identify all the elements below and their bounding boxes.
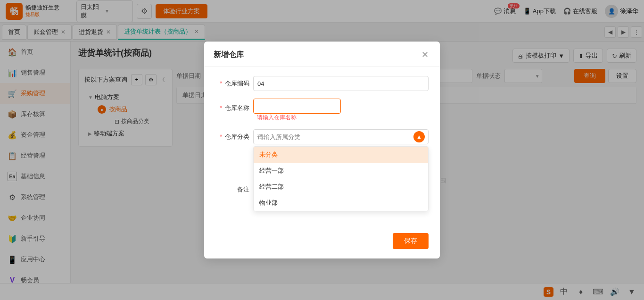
modal-title: 新增仓库 bbox=[214, 50, 244, 60]
name-error-msg: 请输入仓库名称 bbox=[257, 114, 297, 122]
name-label: * 仓库名称 bbox=[215, 100, 253, 112]
name-label-text: 仓库名称 bbox=[225, 104, 249, 111]
form-row-name: * 仓库名称 请输入仓库名称 bbox=[215, 99, 429, 122]
notes-label: 备注 bbox=[215, 182, 253, 194]
dropdown-item-1[interactable]: 经营一部 bbox=[254, 163, 428, 179]
modal-header: 新增仓库 ✕ bbox=[204, 42, 440, 67]
modal-dialog: 新增仓库 ✕ * 仓库编码 * 仓库名称 bbox=[204, 42, 440, 258]
dropdown-item-3[interactable]: 物业部 bbox=[254, 195, 428, 211]
code-input[interactable] bbox=[253, 76, 429, 91]
code-label-text: 仓库编码 bbox=[225, 80, 249, 87]
category-label-text: 仓库分类 bbox=[225, 133, 249, 140]
name-input[interactable] bbox=[253, 99, 341, 114]
dropdown-item-2[interactable]: 经营二部 bbox=[254, 179, 428, 195]
required-mark: * bbox=[220, 80, 222, 87]
category-arrow-icon[interactable]: ▲ bbox=[413, 131, 425, 142]
code-label: * 仓库编码 bbox=[215, 76, 253, 88]
modal-body: * 仓库编码 * 仓库名称 请输入仓库名称 bbox=[204, 67, 440, 227]
form-row-code: * 仓库编码 bbox=[215, 76, 429, 91]
category-select-wrapper: ▲ 未分类 经营一部 经营二部 物业部 bbox=[253, 129, 429, 144]
required-mark-name: * bbox=[220, 104, 222, 111]
modal-close-button[interactable]: ✕ bbox=[419, 49, 430, 60]
dropdown-item-0[interactable]: 未分类 bbox=[254, 147, 428, 163]
modal-overlay: 新增仓库 ✕ * 仓库编码 * 仓库名称 bbox=[0, 0, 644, 300]
form-row-category: * 仓库分类 ▲ 未分类 经营一部 经营二部 物业部 bbox=[215, 129, 429, 144]
required-mark-cat: * bbox=[220, 133, 222, 140]
category-label: * 仓库分类 bbox=[215, 129, 253, 141]
modal-footer: 保存 bbox=[204, 227, 440, 258]
save-button[interactable]: 保存 bbox=[393, 233, 429, 249]
notes-label-text: 备注 bbox=[237, 186, 249, 193]
category-dropdown: 未分类 经营一部 经营二部 物业部 bbox=[253, 146, 429, 211]
category-input[interactable] bbox=[253, 129, 429, 144]
